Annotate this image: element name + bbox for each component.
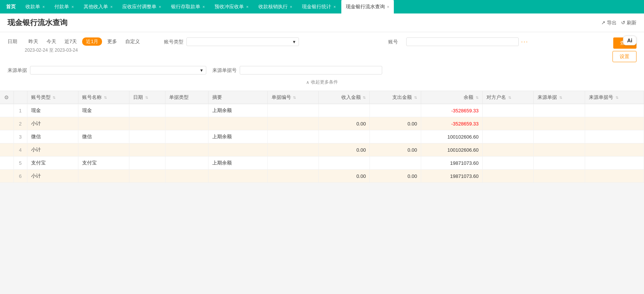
row-summary: 上期余额 — [208, 104, 267, 117]
row-index: 4 — [14, 143, 27, 157]
col-acct-name[interactable]: 账号名称 ⇅ — [78, 91, 129, 104]
acct-num-more-button[interactable]: ··· — [521, 39, 528, 45]
col-acct-name-sort-icon: ⇅ — [104, 96, 107, 100]
table-row[interactable]: 5 支付宝 支付宝 上期余额 19871073.60 — [0, 157, 644, 170]
nav-home[interactable]: 首页 — [2, 0, 20, 13]
col-date-sort-icon: ⇅ — [145, 96, 148, 100]
col-expense[interactable]: 支出金额 ⇅ — [370, 91, 421, 104]
row-settings-cell — [0, 117, 14, 130]
acct-type-select[interactable]: ▾ — [186, 37, 299, 46]
row-summary: 上期余额 — [208, 157, 267, 170]
acct-type-chevron-icon: ▾ — [293, 39, 296, 45]
row-settings-cell — [0, 143, 14, 157]
row-settings-cell — [0, 157, 14, 170]
col-source-doc-no-sort-icon: ⇅ — [615, 96, 618, 100]
col-source-doc[interactable]: 来源单据 ⇅ — [534, 91, 585, 104]
nav-tab-close-6[interactable]: × — [290, 4, 292, 9]
source-doc-select[interactable]: ▾ — [30, 66, 206, 75]
col-date[interactable]: 日期 ⇅ — [129, 91, 165, 104]
date-btn-today[interactable]: 今天 — [44, 37, 59, 46]
nav-tab-7[interactable]: 现金银行统计 × — [297, 0, 340, 13]
col-acct-type-sort-icon: ⇅ — [53, 96, 56, 100]
col-income[interactable]: 收入金额 ⇅ — [318, 91, 369, 104]
nav-tab-0[interactable]: 收款单 × — [21, 0, 49, 13]
nav-tab-3[interactable]: 应收应付调整单 × — [118, 0, 165, 13]
row-balance: 19871073.60 — [421, 157, 482, 170]
row-date — [129, 130, 165, 143]
table-settings-icon[interactable]: ⚙ — [4, 94, 9, 100]
top-navigation: 首页 收款单 × 付款单 × 其他收入单 × 应收应付调整单 × 银行存取款单 … — [0, 0, 644, 13]
nav-tab-2[interactable]: 其他收入单 × — [79, 0, 117, 13]
nav-tab-close-7[interactable]: × — [333, 4, 336, 9]
date-shortcuts: 昨天 今天 近7天 近1月 更多 自定义 — [26, 37, 143, 46]
table-row[interactable]: 2 小计 0.00 0.00 -3528659.33 — [0, 117, 644, 130]
date-filter-label: 日期 — [8, 38, 23, 45]
nav-tab-1[interactable]: 付款单 × — [50, 0, 78, 13]
col-source-doc-sort-icon: ⇅ — [559, 96, 562, 100]
acct-num-input[interactable] — [406, 37, 519, 46]
row-balance: -3528659.33 — [421, 104, 482, 117]
col-doc-type-label: 单据类型 — [169, 94, 189, 100]
nav-tab-6[interactable]: 收款核销执行 × — [254, 0, 297, 13]
row-doc-no — [267, 104, 318, 117]
source-doc-num-input[interactable] — [240, 66, 382, 75]
nav-tab-8[interactable]: 现金银行流水查询 × — [341, 0, 394, 13]
nav-tab-close-5[interactable]: × — [246, 4, 248, 9]
settings-button[interactable]: 设置 — [612, 51, 636, 62]
row-income: 0.00 — [318, 170, 369, 183]
date-btn-more[interactable]: 更多 — [104, 37, 120, 46]
row-acct-name: 现金 — [78, 104, 129, 117]
refresh-button[interactable]: ↺ 刷新 — [621, 19, 636, 26]
nav-tab-close-0[interactable]: × — [42, 4, 45, 9]
date-btn-custom[interactable]: 自定义 — [122, 37, 143, 46]
nav-tab-close-1[interactable]: × — [71, 4, 74, 9]
col-balance[interactable]: 余额 ⇅ — [421, 91, 482, 104]
row-income — [318, 130, 369, 143]
table-row[interactable]: 1 现金 现金 上期余额 -3528659.33 — [0, 104, 644, 117]
nav-tab-close-3[interactable]: × — [159, 4, 161, 9]
col-acct-type[interactable]: 账号类型 ⇅ — [27, 91, 78, 104]
nav-tab-close-4[interactable]: × — [203, 4, 205, 9]
row-index: 1 — [14, 104, 27, 117]
row-acct-name: 微信 — [78, 130, 129, 143]
row-index: 3 — [14, 130, 27, 143]
row-acct-type: 微信 — [27, 130, 78, 143]
row-acct-type: 支付宝 — [27, 157, 78, 170]
row-source-doc — [534, 157, 585, 170]
collapse-filter-button[interactable]: ∧ 收起更多条件 — [8, 78, 636, 87]
date-btn-yesterday[interactable]: 昨天 — [26, 37, 41, 46]
col-settings[interactable]: ⚙ — [0, 91, 14, 104]
nav-tab-5[interactable]: 预收冲应收单 × — [210, 0, 253, 13]
nav-tab-close-2[interactable]: × — [110, 4, 113, 9]
ai-badge[interactable]: Ai — [623, 36, 636, 45]
row-index: 6 — [14, 170, 27, 183]
nav-tab-close-8[interactable]: × — [387, 4, 389, 9]
row-date — [129, 143, 165, 157]
row-source-doc-no — [585, 170, 644, 183]
row-date — [129, 157, 165, 170]
row-source-doc-no — [585, 117, 644, 130]
date-btn-1month[interactable]: 近1月 — [82, 37, 102, 46]
row-acct-name — [78, 143, 129, 157]
table-row[interactable]: 3 微信 微信 上期余额 100102606.60 — [0, 130, 644, 143]
row-acct-type: 小计 — [27, 117, 78, 130]
row-doc-no — [267, 130, 318, 143]
export-button[interactable]: ↗ 导出 — [601, 19, 617, 26]
source-doc-label: 来源单据 — [8, 67, 27, 74]
row-acct-name — [78, 117, 129, 130]
table-row[interactable]: 6 小计 0.00 0.00 19871073.60 — [0, 170, 644, 183]
row-expense — [370, 130, 421, 143]
nav-tab-4[interactable]: 银行存取款单 × — [167, 0, 209, 13]
col-source-doc-no[interactable]: 来源单据号 ⇅ — [585, 91, 644, 104]
row-balance: 19871073.60 — [421, 170, 482, 183]
date-btn-7days[interactable]: 近7天 — [62, 37, 80, 46]
nav-tab-label-1: 付款单 — [54, 3, 69, 10]
col-counterpart[interactable]: 对方户名 ⇅ — [483, 91, 534, 104]
header-actions: ↗ 导出 ↺ 刷新 — [601, 19, 636, 26]
col-balance-sort-icon: ⇅ — [476, 96, 479, 100]
row-counterpart — [483, 117, 534, 130]
table-row[interactable]: 4 小计 0.00 0.00 100102606.60 — [0, 143, 644, 157]
col-doc-type: 单据类型 — [165, 91, 208, 104]
col-doc-no[interactable]: 单据编号 ⇅ — [267, 91, 318, 104]
page-title: 现金银行流水查询 — [8, 18, 68, 28]
